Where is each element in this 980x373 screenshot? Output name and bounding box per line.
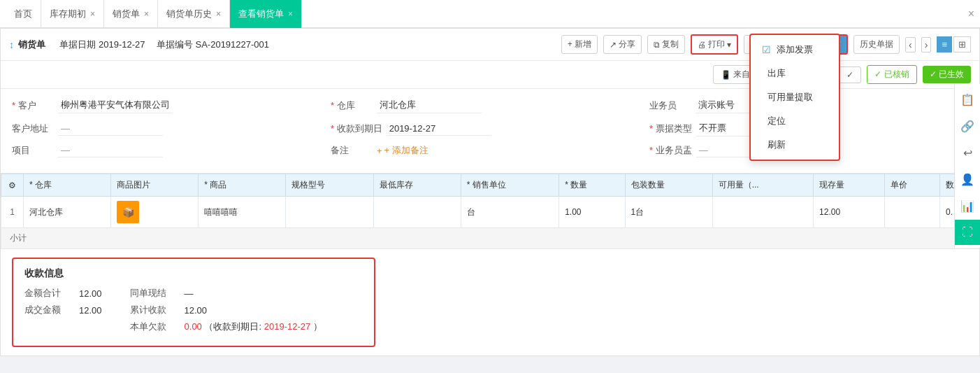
doc-date-label: 单据日期 [59, 38, 96, 51]
total-label: 金额合计 [24, 287, 73, 300]
project-field: 项目 — [12, 143, 331, 157]
due-date-paren: ） [313, 321, 322, 332]
current-due-value: 0.00 （收款到期日: 2019-12-27 ） [185, 321, 322, 333]
row-product-name[interactable]: 嘻嘻嘻嘻 [199, 197, 286, 228]
same-bill-label: 同单现结 [130, 287, 179, 300]
share-icon: ↗ [610, 40, 617, 50]
project-value[interactable]: — [58, 143, 163, 157]
list-view-button[interactable]: ≡ [937, 36, 952, 52]
effective-status-button[interactable]: ✓ 已生效 [923, 66, 971, 83]
due-date-notice: （收款到期日: [204, 321, 264, 332]
warehouse-label: 仓库 [331, 99, 373, 112]
table-row: 1 河北仓库 📦 嘻嘻嘻嘻 台 1.00 1台 12.00 [1, 197, 979, 228]
next-record-button[interactable]: › [921, 37, 932, 52]
locate-item[interactable]: 定位 [751, 109, 839, 133]
new-button[interactable]: + 新增 [561, 35, 598, 54]
confirm-icon-button[interactable]: ✓ [839, 66, 861, 83]
doc-title-area: ↕ 销货单 [9, 38, 45, 51]
payment-right-col: 同单现结 — 累计收款 12.00 本单欠款 0.00 （收款到期日: 2019… [130, 287, 322, 337]
warehouse-value[interactable]: 河北仓库 [377, 97, 482, 113]
sidebar-icon-5[interactable]: 📊 [955, 193, 980, 218]
current-due-label: 本单欠款 [130, 321, 179, 333]
address-field: 客户地址 — [12, 122, 331, 136]
share-button[interactable]: ↗ 分享 [603, 35, 642, 54]
row-available[interactable] [712, 197, 813, 228]
tab-sales-history-close[interactable]: × [216, 9, 221, 19]
history-button[interactable]: 历史单据 [853, 35, 900, 54]
add-invoice-icon: ☑ [762, 44, 771, 55]
refresh-label: 刷新 [768, 139, 786, 151]
add-note-button[interactable]: + + 添加备注 [377, 144, 428, 157]
add-invoice-item[interactable]: ☑ 添加发票 [751, 38, 839, 62]
total-row: 金额合计 12.00 [24, 287, 102, 300]
tab-sales[interactable]: 销货单 × [104, 0, 158, 28]
product-table: ⚙ * 仓库 商品图片 * 商品 规格型号 最低库存 * 销售单位 * 数量 包… [1, 174, 979, 249]
print-dropdown-arrow: ▾ [727, 40, 731, 50]
transaction-value: 12.00 [79, 305, 102, 316]
prev-record-button[interactable]: ‹ [905, 37, 916, 52]
tab-sales-history[interactable]: 销货单历史 × [158, 0, 230, 28]
tab-inventory[interactable]: 库存期初 × [41, 0, 104, 28]
operations-dropdown: ☑ 添加发票 出库 可用量提取 定位 刷新 [749, 34, 840, 161]
phone-icon: 📱 [721, 70, 731, 80]
table-header-row: ⚙ * 仓库 商品图片 * 商品 规格型号 最低库存 * 销售单位 * 数量 包… [1, 174, 979, 197]
col-spec: 规格型号 [286, 174, 373, 197]
row-min-stock[interactable] [373, 197, 461, 228]
outbound-label: 出库 [768, 67, 786, 80]
available-qty-item[interactable]: 可用量提取 [751, 85, 839, 109]
doc-type-label: 销货单 [18, 38, 45, 51]
tab-sales-close[interactable]: × [144, 9, 149, 19]
tab-view-sales-close[interactable]: × [288, 9, 293, 19]
effective-check-icon: ✓ [930, 69, 937, 79]
col-current-stock: 现存量 [814, 174, 885, 197]
payment-date-value[interactable]: 2019-12-27 [387, 122, 491, 136]
grid-view-button[interactable]: ⊞ [953, 36, 971, 52]
copy-icon: ⧉ [654, 40, 660, 50]
col-min-stock: 最低库存 [373, 174, 461, 197]
tab-inventory-close[interactable]: × [90, 9, 95, 19]
product-img-icon: 📦 [122, 206, 134, 218]
customer-field: 客户 柳州粤港平安气体有限公司 [12, 97, 331, 113]
row-current-stock[interactable]: 12.00 [814, 197, 885, 228]
row-unit[interactable]: 台 [461, 197, 559, 228]
doc-meta: 单据日期 2019-12-27 单据编号 SA-20191227-001 [59, 38, 269, 51]
sidebar-icon-1[interactable]: 📋 [955, 87, 980, 112]
outbound-item[interactable]: 出库 [751, 62, 839, 85]
sidebar-icon-2[interactable]: 🔗 [955, 113, 980, 139]
sidebar-icon-3[interactable]: ↩ [955, 140, 980, 165]
cancelled-status-button[interactable]: ✓ 已核销 [867, 65, 916, 84]
doc-type-icon: ↕ [9, 39, 14, 50]
print-icon: 🖨 [698, 40, 706, 50]
sidebar-icon-expand[interactable]: ⛶ [955, 220, 980, 245]
copy-button[interactable]: ⧉ 复制 [647, 35, 685, 54]
doc-number-value: SA-20191227-001 [196, 39, 270, 50]
salesperson2-label: 业务员盂 [649, 144, 692, 157]
total-value: 12.00 [79, 288, 102, 299]
doc-date-value: 2019-12-27 [99, 39, 145, 50]
cumulative-value: 12.00 [185, 305, 208, 316]
row-price[interactable] [885, 197, 940, 228]
address-label: 客户地址 [12, 122, 54, 135]
col-available: 可用量（... [712, 174, 813, 197]
confirm-icon: ✓ [846, 70, 853, 80]
customer-value[interactable]: 柳州粤港平安气体有限公司 [58, 97, 173, 113]
col-product-img: 商品图片 [111, 174, 199, 197]
payment-date-field: 收款到期日 2019-12-27 [331, 122, 649, 136]
print-button[interactable]: 🖨 打印 ▾ [691, 34, 738, 55]
window-close-button[interactable]: × [968, 8, 974, 20]
sidebar-icon-4[interactable]: 👤 [955, 167, 980, 192]
due-date-value: 2019-12-27 [264, 321, 311, 332]
address-value[interactable]: — [58, 122, 163, 136]
col-settings[interactable]: ⚙ [1, 174, 24, 197]
customer-label: 客户 [12, 99, 54, 112]
tab-home[interactable]: 首页 [6, 0, 41, 28]
refresh-item[interactable]: 刷新 [751, 133, 839, 157]
doc-number-field: 单据编号 SA-20191227-001 [157, 38, 270, 51]
tab-view-sales[interactable]: 查看销货单 × [230, 0, 302, 28]
locate-label: 定位 [768, 115, 786, 127]
row-spec[interactable] [286, 197, 373, 228]
row-qty[interactable]: 1.00 [559, 197, 625, 228]
row-pack-qty[interactable]: 1台 [625, 197, 712, 228]
transaction-label: 成交金额 [24, 304, 73, 316]
row-warehouse[interactable]: 河北仓库 [24, 197, 111, 228]
